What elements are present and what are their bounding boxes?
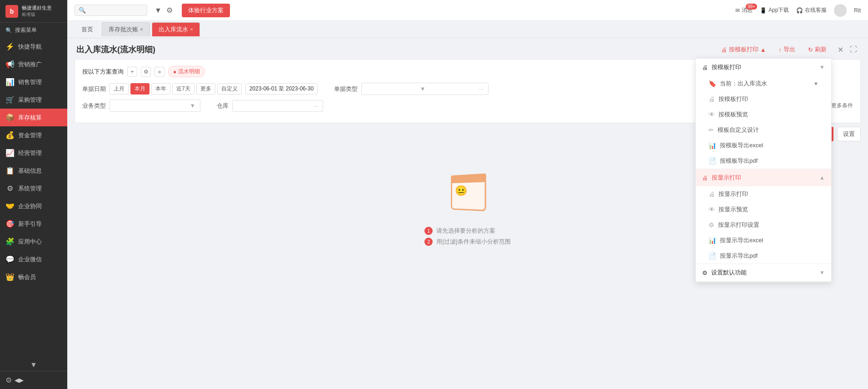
- template-preview-item[interactable]: 👁 按模板预览: [696, 107, 831, 122]
- sidebar-search[interactable]: 🔍 搜索菜单: [0, 23, 67, 38]
- page-header: 出入库流水(流水明细) 🖨 按模板打印 ▲ ↑ 导出 ↻ 刷新 ✕ ⛶: [67, 38, 868, 59]
- date-last-month-btn[interactable]: 上月: [110, 83, 129, 95]
- refresh-btn[interactable]: ↻ 刷新: [804, 44, 830, 55]
- filter-label: 按以下方案查询: [82, 68, 124, 76]
- topbar-arrow-down-btn[interactable]: ▼: [153, 5, 164, 16]
- export-label: 导出: [783, 45, 795, 54]
- template-print-section: 🖨 按模板打印 ▼ 🔖 当前：出入库流水 ▼: [696, 59, 831, 169]
- template-custom-item[interactable]: ✏ 模板自定义设计: [696, 122, 831, 138]
- user-name[interactable]: Rit: [854, 7, 861, 14]
- display-section-header[interactable]: 🖨 按显示打印 ▲: [696, 169, 831, 186]
- sidebar-item-label: 经营管理: [18, 149, 42, 157]
- sidebar-item-guide[interactable]: 🎯 新手引导: [0, 215, 67, 233]
- date-this-month-btn[interactable]: 本月: [130, 83, 150, 95]
- scroll-down-btn[interactable]: ▼: [30, 361, 37, 369]
- sidebar-item-inventory[interactable]: 📦 库存核算: [0, 109, 67, 126]
- empty-illustration: 😐: [440, 174, 495, 219]
- filter-settings-btn[interactable]: ⚙: [141, 67, 151, 77]
- display-preview-item[interactable]: 👁 按显示预览: [696, 202, 831, 217]
- sidebar-item-operations[interactable]: 📈 经营管理: [0, 144, 67, 162]
- template-section-header[interactable]: 🖨 按模板打印 ▼: [696, 59, 831, 76]
- sidebar-item-marketing[interactable]: 📢 营销推广: [0, 55, 67, 73]
- warehouse-more[interactable]: ···: [314, 103, 318, 109]
- page-content: 出入库流水(流水明细) 🖨 按模板打印 ▲ ↑ 导出 ↻ 刷新 ✕ ⛶: [67, 38, 868, 389]
- voucher-type-more[interactable]: ···: [479, 86, 484, 92]
- date-more-btn[interactable]: 更多: [196, 83, 215, 95]
- service-label: 在线客服: [805, 6, 827, 14]
- warehouse-select[interactable]: ···: [232, 100, 323, 112]
- biz-type-chevron: ▼: [190, 102, 195, 109]
- sidebar-item-basic[interactable]: 📋 基础信息: [0, 162, 67, 180]
- display-pdf-item[interactable]: 📄 按显示导出pdf: [696, 248, 831, 264]
- sidebar-item-member[interactable]: 👑 畅会员: [0, 268, 67, 286]
- topbar-settings-btn[interactable]: ⚙: [165, 4, 175, 16]
- display-excel-item[interactable]: 📊 按显示导出excel: [696, 233, 831, 248]
- date-field-label: 单据日期: [82, 85, 106, 93]
- topbar-search-input[interactable]: [89, 7, 143, 14]
- add-filter-btn[interactable]: +: [127, 67, 137, 77]
- topbar-search-box[interactable]: 🔍: [75, 5, 147, 16]
- tab-home[interactable]: 首页: [75, 22, 100, 36]
- sidebar-item-label: 采购管理: [18, 96, 42, 104]
- sidebar-item-sales[interactable]: 📊 销售管理: [0, 73, 67, 91]
- warehouse-field: 仓库 ···: [217, 100, 323, 112]
- tab-batch-account-close[interactable]: ×: [140, 26, 143, 33]
- sidebar-item-label: 畅会员: [18, 273, 36, 281]
- sidebar-item-collab[interactable]: 🤝 企业协同: [0, 197, 67, 215]
- empty-step-2: 2 用[过滤]条件来缩小分析范围: [424, 238, 510, 246]
- current-template-item[interactable]: 🔖 当前：出入库流水 ▼: [696, 76, 831, 91]
- chevron-up-icon: ▲: [760, 46, 766, 53]
- app-download-btn[interactable]: 📱 App下载: [760, 6, 789, 14]
- display-excel-icon: 📊: [708, 237, 716, 244]
- sidebar-item-system[interactable]: ⚙ 系统管理: [0, 180, 67, 197]
- sidebar-item-app-center[interactable]: 🧩 应用中心: [0, 233, 67, 250]
- filter-collapse-btn[interactable]: «: [155, 67, 165, 77]
- close-window-btn[interactable]: ✕: [836, 45, 845, 55]
- empty-steps: 1 请先选择要分析的方案 2 用[过滤]条件来缩小分析范围: [424, 227, 510, 246]
- step-2-text: 用[过滤]条件来缩小分析范围: [436, 238, 510, 246]
- setup-button[interactable]: 设置: [837, 127, 861, 141]
- tab-inout-flow-close[interactable]: ×: [190, 26, 193, 33]
- guide-icon: 🎯: [5, 219, 15, 228]
- template-excel-item[interactable]: 📊 按模板导出excel: [696, 138, 831, 153]
- purchase-icon: 🛒: [5, 95, 15, 104]
- user-avatar[interactable]: [834, 4, 847, 17]
- biz-type-select[interactable]: ▼: [110, 100, 200, 112]
- sidebar-item-wechat[interactable]: 💬 企业微信: [0, 250, 67, 268]
- online-service-btn[interactable]: 🎧 在线客服: [796, 6, 827, 14]
- sidebar-item-finance[interactable]: 💰 资金管理: [0, 126, 67, 144]
- display-print-item[interactable]: 🖨 按显示打印: [696, 186, 831, 202]
- template-print-item[interactable]: 🖨 按模板打印: [696, 91, 831, 107]
- default-settings-header[interactable]: ⚙ 设置默认功能 ▼: [696, 264, 831, 281]
- page-actions: 🖨 按模板打印 ▲ ↑ 导出 ↻ 刷新 ✕ ⛶: [718, 44, 859, 55]
- sidebar-item-label: 新手引导: [18, 220, 42, 228]
- current-template-icon: 🔖: [708, 80, 716, 87]
- settings-icon: ⚙: [5, 376, 12, 384]
- tab-inout-flow[interactable]: 出入库流水 ×: [152, 22, 200, 36]
- pdf-item-icon: 📄: [708, 157, 716, 165]
- date-this-year-btn[interactable]: 本年: [151, 83, 170, 95]
- date-range: 2023-06-01 至 2023-06-30: [245, 83, 318, 95]
- tab-batch-account[interactable]: 库存批次账 ×: [102, 22, 150, 36]
- voucher-type-select[interactable]: ▼ ···: [361, 83, 489, 95]
- maximize-window-btn[interactable]: ⛶: [848, 45, 859, 55]
- marketing-icon: 📢: [5, 60, 15, 69]
- sidebar-item-quick-nav[interactable]: ⚡ 快捷导航: [0, 38, 67, 55]
- sidebar-bottom[interactable]: ⚙ ◀▶: [0, 371, 67, 389]
- print-dropdown-panel: 🖨 按模板打印 ▼ 🔖 当前：出入库流水 ▼: [695, 58, 832, 282]
- sidebar-scroll-down[interactable]: ▼: [0, 359, 67, 371]
- date-custom-btn[interactable]: 自定义: [217, 83, 242, 95]
- sidebar-item-purchase[interactable]: 🛒 采购管理: [0, 91, 67, 109]
- export-btn[interactable]: ↑ 导出: [775, 44, 799, 55]
- sidebar-item-label: 应用中心: [18, 238, 42, 246]
- display-print-settings-item[interactable]: ⚙ 按显示打印设置: [696, 217, 831, 233]
- template-pdf-item[interactable]: 📄 按模板导出pdf: [696, 153, 831, 169]
- trial-btn[interactable]: 体验行业方案: [182, 4, 230, 17]
- template-section-arrow: ▼: [819, 64, 825, 70]
- date-7days-btn[interactable]: 近7天: [172, 83, 195, 95]
- print-template-btn[interactable]: 🖨 按模板打印 ▲: [718, 44, 770, 55]
- refresh-icon: ↻: [808, 46, 813, 53]
- sidebar-item-label: 系统管理: [18, 185, 42, 193]
- messages-btn[interactable]: ✉ 消息 99+: [735, 6, 753, 14]
- app-center-icon: 🧩: [5, 237, 15, 246]
